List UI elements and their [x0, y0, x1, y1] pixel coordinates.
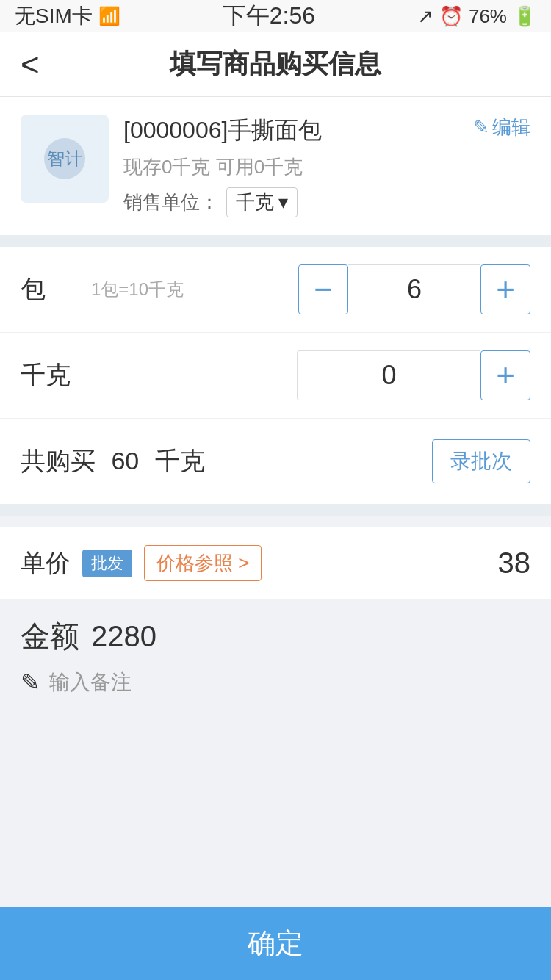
price-ref-button[interactable]: 价格参照 > [144, 545, 262, 581]
edit-label: 编辑 [492, 115, 530, 140]
status-left: 无SIM卡 📶 [15, 2, 120, 30]
unit-label-text: 销售单位： [123, 190, 219, 215]
product-section: 智计 [0000006]手撕面包 现存0千克 可用0千克 销售单位： 千克 ▾ … [0, 97, 551, 235]
product-unit-row: 销售单位： 千克 ▾ [123, 187, 530, 217]
price-label: 单价 [21, 547, 71, 580]
kg-quantity-control: + [297, 350, 530, 400]
location-icon: ↗ [417, 5, 433, 28]
stock-label: 现存0千克 [123, 156, 210, 178]
package-label: 包 [21, 273, 79, 306]
wifi-icon: 📶 [98, 6, 120, 26]
total-label: 共购买 60 千克 [21, 444, 205, 478]
batch-button[interactable]: 录批次 [432, 439, 530, 483]
edit-button[interactable]: ✎ 编辑 [473, 115, 530, 140]
amount-section: 金额 2280 ✎ 输入备注 [0, 599, 551, 714]
remark-placeholder: 输入备注 [49, 669, 132, 696]
amount-label: 金额 [21, 616, 79, 657]
total-amount: 60 [111, 447, 139, 475]
total-prefix: 共购买 [21, 447, 96, 475]
section-divider-1 [0, 235, 551, 247]
nav-bar: < 填写商品购买信息 [0, 32, 551, 97]
package-plus-button[interactable]: + [480, 264, 530, 314]
status-right: ↗ ⏰ 76% 🔋 [417, 5, 536, 28]
status-bar: 无SIM卡 📶 下午2:56 ↗ ⏰ 76% 🔋 [0, 0, 551, 32]
alarm-icon: ⏰ [439, 5, 463, 28]
price-value: 38 [273, 547, 530, 580]
unit-select[interactable]: 千克 ▾ [226, 187, 298, 217]
product-logo-icon: 智计 [43, 137, 87, 181]
kg-quantity-input[interactable] [297, 350, 480, 400]
unit-value: 千克 [236, 190, 274, 215]
battery-label: 76% [469, 5, 507, 28]
kg-row: 千克 + [0, 333, 551, 419]
package-quantity-input[interactable] [348, 264, 480, 314]
package-row: 包 1包=10千克 − + [0, 247, 551, 333]
unit-dropdown-icon: ▾ [278, 191, 288, 214]
battery-icon: 🔋 [513, 5, 536, 28]
carrier-label: 无SIM卡 [15, 2, 93, 30]
price-tag: 批发 [82, 550, 132, 577]
kg-plus-button[interactable]: + [480, 350, 530, 400]
amount-row: 金额 2280 [21, 616, 530, 657]
status-time: 下午2:56 [223, 0, 315, 32]
product-name: [0000006]手撕面包 [123, 115, 530, 147]
product-info: [0000006]手撕面包 现存0千克 可用0千克 销售单位： 千克 ▾ [123, 115, 530, 217]
price-ref-label: 价格参照 > [156, 550, 249, 576]
svg-text:智计: 智计 [47, 148, 82, 168]
main-spacer [0, 714, 551, 934]
product-image: 智计 [21, 115, 109, 203]
kg-label: 千克 [21, 359, 79, 392]
package-quantity-control: − + [298, 264, 530, 314]
section-divider-2 [0, 504, 551, 516]
remark-row[interactable]: ✎ 输入备注 [21, 669, 530, 714]
page-title: 填写商品购买信息 [170, 46, 381, 82]
edit-icon: ✎ [473, 116, 489, 139]
total-unit: 千克 [155, 447, 205, 475]
product-stock: 现存0千克 可用0千克 [123, 154, 530, 180]
available-label: 可用0千克 [216, 156, 303, 178]
remark-icon: ✎ [21, 669, 40, 696]
input-section: 包 1包=10千克 − + 千克 + [0, 247, 551, 419]
total-row: 共购买 60 千克 录批次 [0, 419, 551, 504]
back-button[interactable]: < [21, 46, 40, 83]
package-minus-button[interactable]: − [298, 264, 348, 314]
confirm-button[interactable]: 确定 [0, 907, 551, 980]
package-sublabel: 1包=10千克 [91, 278, 287, 301]
amount-value: 2280 [91, 620, 156, 653]
price-section: 单价 批发 价格参照 > 38 [0, 527, 551, 599]
